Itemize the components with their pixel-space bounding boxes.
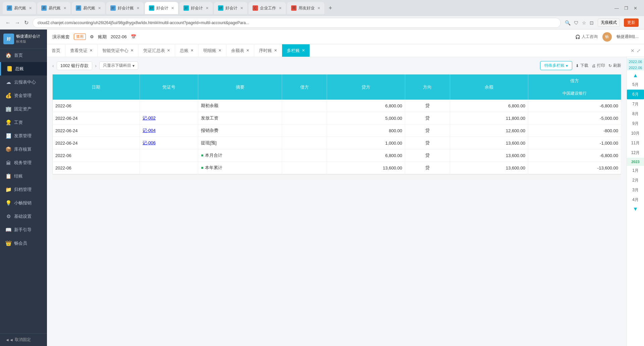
sidebar-item-inventory[interactable]: 📦 库存核算 <box>0 143 47 156</box>
sidebar-item-close-accounts[interactable]: 📋 结账 <box>0 169 47 183</box>
browser-tab-5[interactable]: 好 好会计 ✕ <box>145 2 178 14</box>
sidebar-item-settings[interactable]: ⚙ 基础设置 <box>0 210 47 223</box>
tab-detailed-ledger[interactable]: 明细账 ✕ <box>199 44 226 57</box>
prev-account-button[interactable]: ‹ <box>52 63 54 68</box>
close-tab-journal[interactable]: ✕ <box>274 48 277 53</box>
browser-tab-9[interactable]: 用 用友好业 ✕ <box>287 2 324 14</box>
close-tab-icon[interactable]: ✕ <box>631 48 635 53</box>
download-button[interactable]: ⬇ 下载 <box>576 63 588 68</box>
voucher-link-2[interactable]: 记-002 <box>143 115 156 120</box>
close-tab-1[interactable]: ✕ <box>29 6 32 10</box>
sidebar-item-ledger[interactable]: 📒 总账 <box>0 62 47 76</box>
calendar-scroll-down[interactable]: ▼ <box>632 205 640 213</box>
url-input[interactable]: cloud2.chanjet.com/accounting/uh26t264j5… <box>33 18 561 28</box>
voucher-link-3[interactable]: 记-004 <box>143 128 156 133</box>
calendar-month-10[interactable]: 10月 <box>627 129 644 138</box>
settings-gear-icon[interactable]: ⚙ <box>90 34 94 39</box>
forward-button[interactable]: → <box>15 20 20 26</box>
refresh-button[interactable]: ↻ <box>24 19 29 26</box>
search-icon[interactable]: 🔍 <box>565 20 571 26</box>
calendar-month-9[interactable]: 9月 <box>627 119 644 129</box>
calendar-scroll-up[interactable]: ▲ <box>632 71 640 80</box>
sidebar-item-payroll[interactable]: 👷 工资 <box>0 116 47 129</box>
calendar-month-11[interactable]: 11月 <box>627 138 644 148</box>
close-tab-multi[interactable]: ✕ <box>302 48 305 53</box>
calendar-month-12[interactable]: 12月 <box>627 148 644 158</box>
cell-voucher-2[interactable]: 记-002 <box>140 112 198 125</box>
close-tab-view-voucher[interactable]: ✕ <box>90 48 93 53</box>
browser-tab-3[interactable]: 易 易代账 ✕ <box>72 2 105 14</box>
calendar-month-2023-2[interactable]: 2月 <box>627 176 644 185</box>
close-tab-balance[interactable]: ✕ <box>246 48 249 53</box>
calendar-month-6[interactable]: 6月 <box>627 90 644 99</box>
tab-general-ledger[interactable]: 总账 ✕ <box>175 44 199 57</box>
calendar-month-2023-4[interactable]: 4月 <box>627 195 644 205</box>
star-icon[interactable]: ☆ <box>582 20 586 26</box>
next-account-button[interactable]: › <box>95 63 97 68</box>
close-tab-smart-voucher[interactable]: ✕ <box>130 48 133 53</box>
tab-multi-column[interactable]: 多栏账 ✕ <box>282 44 310 57</box>
close-tab-detailed[interactable]: ✕ <box>218 48 221 53</box>
new-tab-button[interactable]: + <box>326 3 335 13</box>
browser-tab-4[interactable]: 好 好会计账 ✕ <box>106 2 144 14</box>
sidebar-item-expense[interactable]: 💡 小畅报销 <box>0 196 47 210</box>
consult-button[interactable]: 🎧 人工咨询 <box>575 34 598 40</box>
unpin-button[interactable]: ◄◄ 取消固定 <box>5 337 42 343</box>
sidebar-item-cloud-report[interactable]: ☁ 云报表中心 <box>0 76 47 89</box>
refresh-button[interactable]: ↻ 刷新 <box>608 63 621 68</box>
sidebar-item-archive[interactable]: 📁 归档管理 <box>0 183 47 196</box>
sidebar-item-invoice[interactable]: 🧾 发票管理 <box>0 129 47 143</box>
tab-home[interactable]: 首页 <box>47 44 65 57</box>
account-code-selector[interactable]: 1002 银行存款 <box>57 61 93 70</box>
cell-voucher-4[interactable]: 记-006 <box>140 137 198 149</box>
close-tab-2[interactable]: ✕ <box>63 6 66 10</box>
filter-dropdown[interactable]: 只显示下级科目 ▾ <box>99 61 138 70</box>
incognito-mode-button[interactable]: 无痕模式 <box>598 18 620 27</box>
calendar-icon[interactable]: 📅 <box>131 34 136 39</box>
sidebar-item-fixed-assets[interactable]: 🏢 固定资产 <box>0 102 47 116</box>
close-tab-6[interactable]: ✕ <box>206 6 209 10</box>
tab-voucher-summary[interactable]: 凭证汇总表 ✕ <box>139 44 175 57</box>
calendar-month-5[interactable]: 5月 <box>627 80 644 90</box>
close-tab-4[interactable]: ✕ <box>137 6 140 10</box>
tab-journal[interactable]: 序时账 ✕ <box>254 44 282 57</box>
browser-tab-1[interactable]: 易 易代账 ✕ <box>3 2 36 14</box>
browser-tab-8[interactable]: C 企业工作 ✕ <box>249 2 286 14</box>
calendar-month-2023-3[interactable]: 3月 <box>627 185 644 195</box>
expand-tab-icon[interactable]: ⤢ <box>637 48 641 53</box>
sidebar-toggle-icon[interactable]: ⊡ <box>590 20 594 26</box>
close-window-button[interactable]: ✕ <box>634 6 637 11</box>
minimize-button[interactable]: — <box>614 6 619 11</box>
back-button[interactable]: ← <box>5 20 11 26</box>
browser-tab-2[interactable]: 易 易代账 ✕ <box>37 2 70 14</box>
special-multi-column-button[interactable]: 特殊多栏账 ▾ <box>540 61 572 70</box>
browser-tab-7[interactable]: 好 好会计 ✕ <box>214 2 247 14</box>
maximize-button[interactable]: ❐ <box>624 6 628 11</box>
sidebar-item-label-finance: 资金管理 <box>14 93 32 99</box>
tab-view-voucher[interactable]: 查看凭证 ✕ <box>65 44 98 57</box>
calendar-month-7[interactable]: 7月 <box>627 99 644 109</box>
close-tab-voucher-summary[interactable]: ✕ <box>167 48 170 53</box>
sidebar-item-guide[interactable]: 📖 新手引导 <box>0 223 47 237</box>
sidebar-item-tax[interactable]: 🏛 税务管理 <box>0 156 47 169</box>
sidebar-item-finance[interactable]: 💰 资金管理 <box>0 89 47 102</box>
sidebar-item-member[interactable]: 👑 畅会员 <box>0 237 47 250</box>
close-tab-5[interactable]: ✕ <box>171 6 174 10</box>
tab-smart-voucher[interactable]: 智能凭证中心 ✕ <box>98 44 139 57</box>
tab-balance-sheet[interactable]: 余额表 ✕ <box>226 44 254 57</box>
user-avatar: 畅 <box>602 32 612 42</box>
voucher-link-4[interactable]: 记-006 <box>143 140 156 145</box>
calendar-month-2023-1[interactable]: 1月 <box>627 166 644 176</box>
print-button[interactable]: 🖨 打印 <box>592 63 605 68</box>
sidebar-item-home[interactable]: 🏠 首页 <box>0 49 47 62</box>
close-tab-8[interactable]: ✕ <box>279 6 282 10</box>
horizontal-scrollbar[interactable] <box>52 174 621 180</box>
browser-tab-6[interactable]: 好 好会计 ✕ <box>179 2 213 14</box>
close-tab-7[interactable]: ✕ <box>240 6 243 10</box>
close-tab-9[interactable]: ✕ <box>317 6 320 10</box>
calendar-month-8[interactable]: 8月 <box>627 109 644 119</box>
cell-voucher-3[interactable]: 记-004 <box>140 125 198 137</box>
close-tab-3[interactable]: ✕ <box>98 6 101 10</box>
update-button[interactable]: 更新 <box>624 18 639 27</box>
close-tab-general[interactable]: ✕ <box>191 48 194 53</box>
